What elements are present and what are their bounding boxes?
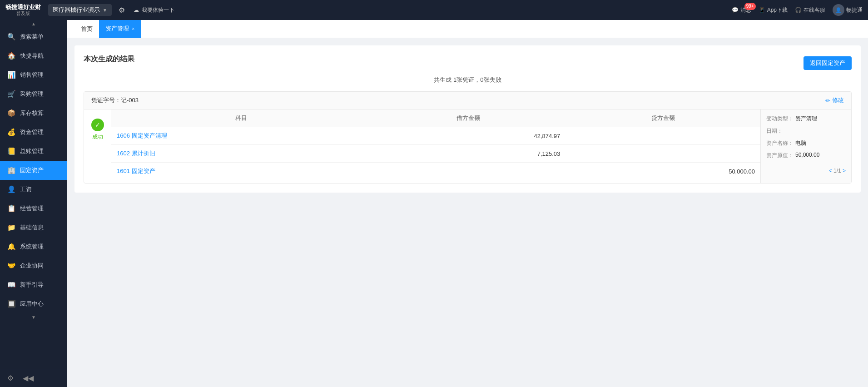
edit-label: 修改 (832, 96, 844, 104)
cloud-icon: ☁ (134, 7, 139, 13)
payroll-icon: 👤 (7, 185, 15, 194)
sidebar-item-app-center[interactable]: 🔲 应用中心 (0, 294, 67, 313)
col-header-credit: 贷方金额 (565, 109, 760, 127)
date-row: 日期： (766, 127, 846, 135)
workspace-selector[interactable]: 医疗器械行业演示 ▼ (48, 4, 112, 16)
change-type-value: 资产清理 (795, 115, 817, 123)
top-header: 畅捷通好业财 普及版 医疗器械行业演示 ▼ ⚙ ☁ 我要体验一下 💬 消息 99… (0, 0, 868, 20)
account-link[interactable]: 1606 固定资产清理 (117, 132, 167, 139)
cell-debit (371, 163, 566, 180)
purchase-icon: 🛒 (7, 90, 15, 98)
gear-icon[interactable]: ⚙ (7, 374, 14, 382)
account-link[interactable]: 1602 累计折旧 (117, 150, 155, 157)
success-label: 成功 (92, 133, 103, 141)
logo-main: 畅捷通好业财 (5, 4, 41, 11)
sidebar-item-search[interactable]: 🔍 搜索菜单 (0, 27, 67, 46)
sidebar-label-enterprise: 企业协同 (20, 262, 44, 270)
experience-button[interactable]: ☁ 我要体验一下 (134, 6, 174, 14)
app-center-icon: 🔲 (7, 300, 15, 308)
ledger-icon: 📒 (7, 147, 15, 155)
page-content: 本次生成的结果 返回固定资产 共生成 1张凭证，0张失败 凭证字号：记-003 … (67, 38, 868, 387)
sidebar-item-finance[interactable]: 💰 资金管理 (0, 123, 67, 142)
original-value-value: 50,000.00 (795, 152, 819, 159)
sidebar-item-sales[interactable]: 📊 销售管理 (0, 65, 67, 84)
enterprise-icon: 🤝 (7, 262, 15, 270)
message-button[interactable]: 💬 消息 99+ (732, 6, 751, 14)
cell-subject: 1602 累计折旧 (111, 145, 371, 163)
online-service-label: 在线客服 (804, 6, 825, 14)
cell-debit: 7,125.03 (371, 145, 566, 163)
sidebar-label-system: 系统管理 (20, 243, 44, 251)
online-service-button[interactable]: 🎧 在线客服 (795, 6, 825, 14)
tab-bar: 首页 资产管理 × (67, 20, 868, 38)
message-badge: 99+ (744, 3, 756, 10)
collapse-icon[interactable]: ◀◀ (23, 374, 34, 382)
voucher-header: 凭证字号：记-003 ✏ 修改 (84, 92, 851, 109)
voucher-table-wrapper: 科目 借方金额 贷方金额 (111, 109, 760, 183)
header-right: 💬 消息 99+ 📱 App下载 🎧 在线客服 👤 畅捷通 (732, 4, 863, 16)
sidebar-label-fixed-assets: 固定资产 (20, 166, 44, 174)
chevron-down-icon: ▼ (103, 8, 107, 13)
sidebar-label-operations: 经营管理 (20, 204, 44, 213)
page-title: 本次生成的结果 (84, 55, 134, 64)
sidebar-item-payroll[interactable]: 👤 工资 (0, 180, 67, 199)
sidebar-scroll-down[interactable]: ▼ (0, 313, 67, 321)
date-label: 日期： (766, 127, 783, 135)
sidebar-item-ledger[interactable]: 📒 总账管理 (0, 142, 67, 161)
sidebar: ▲ 🔍 搜索菜单 🏠 快捷导航 📊 销售管理 🛒 采购管理 📦 库存核算 💰 资… (0, 20, 67, 387)
right-info-panel: 变动类型： 资产清理 日期： 资产名称： 电脑 (760, 109, 851, 183)
return-button[interactable]: 返回固定资产 (804, 56, 852, 70)
edit-button[interactable]: ✏ 修改 (825, 96, 844, 104)
next-page-icon[interactable]: > (843, 168, 846, 174)
cell-debit: 42,874.97 (371, 127, 566, 145)
voucher-number: 凭证字号：记-003 (91, 96, 139, 104)
result-panel: 本次生成的结果 返回固定资产 共生成 1张凭证，0张失败 凭证字号：记-003 … (74, 45, 861, 193)
app-download-button[interactable]: 📱 App下载 (759, 6, 788, 14)
inventory-icon: 📦 (7, 109, 15, 117)
col-header-subject: 科目 (111, 109, 371, 127)
sidebar-label-basic-info: 基础信息 (20, 223, 44, 232)
sidebar-item-quick-nav[interactable]: 🏠 快捷导航 (0, 46, 67, 65)
sidebar-item-enterprise[interactable]: 🤝 企业协同 (0, 256, 67, 275)
sidebar-item-basic-info[interactable]: 📁 基础信息 (0, 218, 67, 237)
status-column: ✓ 成功 (84, 109, 111, 183)
sidebar-item-purchase[interactable]: 🛒 采购管理 (0, 84, 67, 104)
guide-icon: 📖 (7, 281, 15, 289)
table-row: 1606 固定资产清理42,874.97 (111, 127, 760, 145)
prev-page-icon[interactable]: < (829, 168, 832, 174)
finance-icon: 💰 (7, 128, 15, 136)
edit-icon: ✏ (825, 97, 830, 104)
user-area[interactable]: 👤 畅捷通 (833, 4, 863, 16)
home-tab-label: 首页 (81, 25, 93, 33)
sidebar-item-fixed-assets[interactable]: 🏢 固定资产 (0, 161, 67, 180)
tab-close-icon[interactable]: × (132, 26, 134, 31)
asset-name-label: 资产名称： (766, 139, 794, 147)
active-tab-label: 资产管理 (105, 25, 129, 33)
avatar-icon: 👤 (835, 7, 842, 13)
sidebar-item-guide[interactable]: 📖 新手引导 (0, 275, 67, 294)
settings-icon[interactable]: ⚙ (115, 4, 128, 16)
account-link[interactable]: 1601 固定资产 (117, 168, 155, 174)
success-icon: ✓ (91, 119, 104, 131)
sidebar-item-inventory[interactable]: 📦 库存核算 (0, 104, 67, 123)
sidebar-bottom: ⚙ ◀◀ (0, 369, 67, 387)
cell-subject: 1601 固定资产 (111, 163, 371, 180)
sidebar-item-operations[interactable]: 📋 经营管理 (0, 199, 67, 218)
sidebar-label-app-center: 应用中心 (20, 300, 44, 308)
search-icon: 🔍 (7, 33, 15, 41)
tab-home[interactable]: 首页 (74, 20, 99, 38)
tab-asset-management[interactable]: 资产管理 × (99, 20, 141, 38)
sidebar-scroll-up[interactable]: ▲ (0, 20, 67, 27)
table-row: 1602 累计折旧7,125.03 (111, 145, 760, 163)
voucher-body: ✓ 成功 科目 (84, 109, 851, 183)
page-info: 1/1 (833, 168, 843, 174)
content-area: 首页 资产管理 × 本次生成的结果 返回固定资产 共生成 1张凭证，0张失败 凭… (67, 20, 868, 387)
result-header: 本次生成的结果 返回固定资产 (84, 55, 852, 71)
sidebar-item-system[interactable]: 🔔 系统管理 (0, 237, 67, 256)
asset-name-row: 资产名称： 电脑 (766, 139, 846, 147)
voucher-table: 科目 借方金额 贷方金额 (111, 109, 760, 180)
col-header-debit: 借方金额 (371, 109, 566, 127)
sidebar-label-finance: 资金管理 (20, 128, 44, 136)
main-layout: ▲ 🔍 搜索菜单 🏠 快捷导航 📊 销售管理 🛒 采购管理 📦 库存核算 💰 资… (0, 20, 868, 387)
logo-sub: 普及版 (16, 11, 30, 16)
